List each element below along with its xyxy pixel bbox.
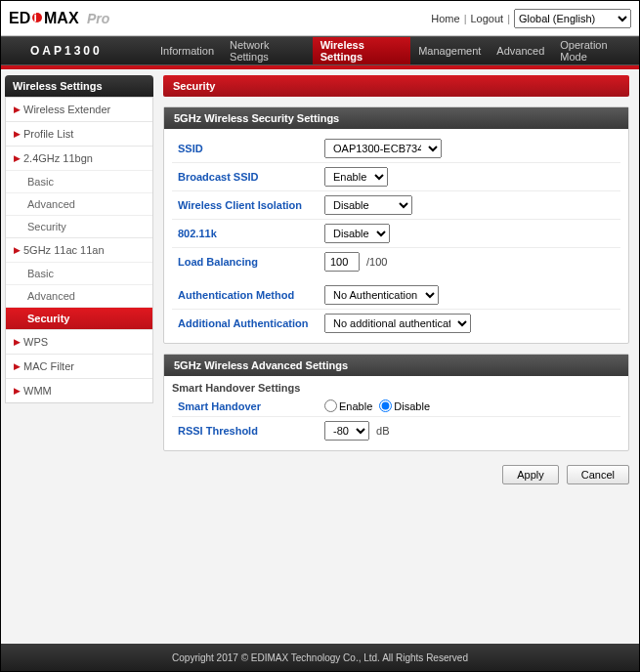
tab-advanced[interactable]: Advanced: [489, 37, 552, 64]
advanced-panel: 5GHz Wireless Advanced Settings Smart Ha…: [163, 354, 629, 451]
sidebar-item-wireless-extender[interactable]: ▶ Wireless Extender: [6, 98, 152, 121]
handover-disable-label: Disable: [394, 400, 430, 412]
svg-text:i: i: [34, 11, 37, 24]
sidebar-item-mac-filter[interactable]: ▶ MAC Filter: [6, 354, 152, 378]
label-isolation: Wireless Client Isolation: [172, 191, 319, 220]
top-right: Home | Logout | Global (English): [431, 9, 631, 28]
sidebar-item-24ghz[interactable]: ▶ 2.4GHz 11bgn: [6, 146, 152, 170]
sidebar-sub-5-basic[interactable]: Basic: [6, 262, 152, 284]
sidebar-sub-24-basic[interactable]: Basic: [6, 170, 152, 192]
sidebar-item-label: 5GHz 11ac 11an: [23, 244, 105, 256]
label-load: Load Balancing: [172, 248, 319, 276]
topbar: ED i MAX Pro Home | Logout | Global (Eng…: [1, 1, 639, 36]
separator: |: [464, 13, 467, 24]
handover-disable-radio[interactable]: [379, 399, 392, 412]
button-row: Apply Cancel: [163, 465, 629, 484]
addl-auth-select[interactable]: No additional authentication: [324, 314, 471, 333]
auth-table: Authentication Method No Authentication …: [172, 281, 620, 337]
sidebar-item-profile-list[interactable]: ▶ Profile List: [6, 121, 152, 146]
auth-select[interactable]: No Authentication: [324, 285, 439, 305]
label-80211k: 802.11k: [172, 220, 319, 248]
sidebar-item-label: Wireless Extender: [23, 104, 110, 115]
menubar: OAP1300 Information Network Settings Wir…: [1, 36, 639, 65]
advanced-panel-title: 5GHz Wireless Advanced Settings: [164, 355, 628, 376]
tab-management[interactable]: Management: [410, 37, 489, 64]
sidebar-item-label: 2.4GHz 11bgn: [23, 152, 93, 164]
page-title: Security: [163, 75, 629, 97]
language-select[interactable]: Global (English): [514, 9, 631, 28]
sidebar-sub-5-advanced[interactable]: Advanced: [6, 284, 152, 307]
sidebar-list: ▶ Wireless Extender ▶ Profile List ▶ 2.4…: [5, 97, 153, 403]
security-panel: 5GHz Wireless Security Settings SSID OAP…: [163, 106, 629, 344]
rssi-select[interactable]: -80: [324, 421, 369, 441]
handover-enable-radio[interactable]: [324, 399, 337, 412]
rssi-suffix: dB: [372, 425, 389, 437]
link-home[interactable]: Home: [431, 13, 459, 24]
handover-subtitle: Smart Handover Settings: [164, 376, 628, 396]
chevron-right-icon: ▶: [14, 386, 23, 396]
chevron-right-icon: ▶: [14, 337, 23, 347]
chevron-right-icon: ▶: [14, 129, 23, 139]
tab-operation-mode[interactable]: Operation Mode: [552, 37, 639, 64]
separator: |: [507, 13, 510, 24]
chevron-right-icon: ▶: [14, 245, 23, 255]
k-select[interactable]: Disable: [324, 224, 390, 243]
apply-button[interactable]: Apply: [502, 465, 559, 484]
brand-logo: ED i MAX Pro: [9, 8, 116, 29]
svg-text:ED: ED: [9, 10, 30, 26]
label-rssi: RSSI Threshold: [172, 417, 319, 445]
tab-wireless-settings[interactable]: Wireless Settings: [313, 37, 410, 64]
svg-text:MAX: MAX: [44, 10, 79, 26]
load-suffix: /100: [363, 256, 387, 268]
footer: Copyright 2017 © EDIMAX Technology Co., …: [1, 644, 639, 671]
sidebar-header: Wireless Settings: [5, 75, 153, 97]
sidebar: Wireless Settings ▶ Wireless Extender ▶ …: [1, 69, 157, 644]
sidebar-item-label: WPS: [23, 336, 48, 348]
sidebar-item-wps[interactable]: ▶ WPS: [6, 329, 152, 354]
broadcast-select[interactable]: Enable: [324, 167, 388, 187]
label-ssid: SSID: [172, 135, 319, 163]
chevron-right-icon: ▶: [14, 361, 23, 371]
chevron-right-icon: ▶: [14, 153, 23, 163]
label-broadcast: Broadcast SSID: [172, 163, 319, 191]
ssid-select[interactable]: OAP1300-ECB734_A: [324, 139, 442, 158]
label-handover: Smart Handover: [172, 396, 319, 417]
link-logout[interactable]: Logout: [470, 13, 503, 24]
sidebar-item-5ghz[interactable]: ▶ 5GHz 11ac 11an: [6, 237, 152, 262]
tab-information[interactable]: Information: [152, 37, 222, 64]
handover-table: Smart Handover Enable Disable: [172, 396, 620, 444]
tab-network-settings[interactable]: Network Settings: [222, 37, 313, 64]
sidebar-item-label: Profile List: [23, 128, 73, 140]
cancel-button[interactable]: Cancel: [567, 465, 629, 484]
main: Security 5GHz Wireless Security Settings…: [157, 69, 639, 644]
security-table: SSID OAP1300-ECB734_A Broadcast SSID: [172, 135, 620, 275]
isolation-select[interactable]: Disable: [324, 195, 412, 215]
security-panel-title: 5GHz Wireless Security Settings: [164, 107, 628, 129]
sidebar-item-label: WMM: [23, 385, 52, 397]
model-label: OAP1300: [1, 37, 152, 64]
sidebar-sub-24-security[interactable]: Security: [6, 215, 152, 237]
sidebar-sub-24-advanced[interactable]: Advanced: [6, 192, 152, 215]
label-auth: Authentication Method: [172, 281, 319, 310]
sidebar-item-wmm[interactable]: ▶ WMM: [6, 378, 152, 402]
chevron-right-icon: ▶: [14, 105, 23, 114]
sidebar-item-label: MAC Filter: [23, 360, 74, 372]
label-addl-auth: Additional Authentication: [172, 310, 319, 338]
handover-enable-label: Enable: [339, 400, 372, 412]
load-input[interactable]: [324, 252, 360, 272]
sidebar-sub-5-security[interactable]: Security: [6, 307, 152, 329]
nav-tabs: Information Network Settings Wireless Se…: [152, 37, 639, 64]
svg-text:Pro: Pro: [87, 11, 110, 26]
